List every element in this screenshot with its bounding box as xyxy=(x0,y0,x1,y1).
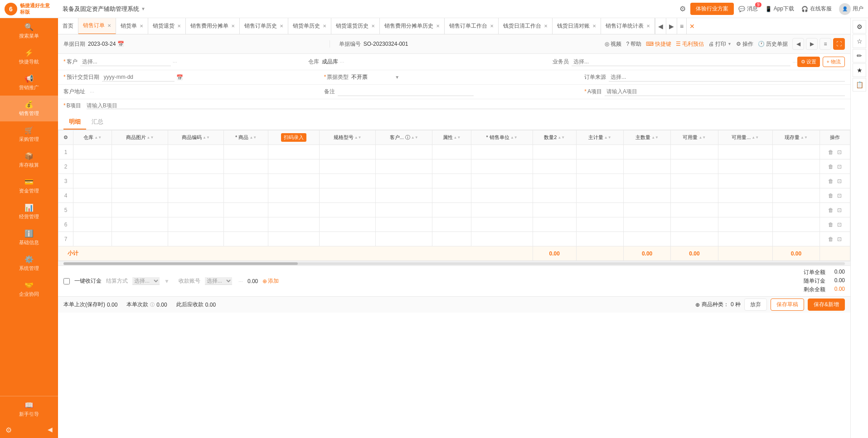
row-attr-1[interactable] xyxy=(432,145,471,159)
customer-input[interactable] xyxy=(80,58,171,66)
last-lower-help-icon[interactable]: ⓘ xyxy=(150,302,155,308)
row-qty2-7[interactable] xyxy=(533,232,576,246)
tab-close-icon[interactable]: ✕ xyxy=(323,24,326,29)
tab-order-workspace[interactable]: 销售订单工作台 ✕ xyxy=(445,18,499,34)
col-main-qty-header[interactable]: 主数量▲▼ xyxy=(623,130,670,145)
print-btn[interactable]: 🖨 打印 ▼ xyxy=(708,40,732,48)
tab-prev-btn[interactable]: ◀ xyxy=(655,18,666,34)
row-spec-4[interactable] xyxy=(320,188,375,203)
scan-button[interactable]: 扫码录入 xyxy=(281,133,306,142)
tab-next-btn[interactable]: ▶ xyxy=(666,18,677,34)
row-product-3[interactable] xyxy=(224,174,268,188)
row-copy-icon-2[interactable]: ⊡ xyxy=(837,164,842,170)
row-delete-icon-3[interactable]: 🗑 xyxy=(828,178,834,184)
sidebar-item-purchase[interactable]: 🛒 采购管理 xyxy=(0,121,58,147)
row-delete-icon-1[interactable]: 🗑 xyxy=(828,149,834,155)
rp-icon-1[interactable]: ⚙ xyxy=(853,20,866,34)
col-customer-code-header[interactable]: 客户... ⓘ▲▼ xyxy=(375,130,432,145)
col-available2-header[interactable]: 可用量...▲▼ xyxy=(718,130,772,145)
remarks-input[interactable] xyxy=(338,87,474,96)
row-copy-icon-4[interactable]: ⊡ xyxy=(837,193,842,199)
row-spec-3[interactable] xyxy=(320,174,375,188)
row-warehouse-7[interactable] xyxy=(73,232,112,246)
col-warehouse-header[interactable]: 仓库▲▼ xyxy=(73,130,112,145)
user-item[interactable]: 👤 用户 xyxy=(839,3,863,15)
col-settings-header[interactable]: ⚙ xyxy=(58,130,73,145)
row-qty2-4[interactable] xyxy=(533,188,576,203)
tab-close-all-btn[interactable]: ✕ xyxy=(686,18,698,34)
row-qty2-2[interactable] xyxy=(533,159,576,174)
operation-btn[interactable]: ⚙ 操作 xyxy=(736,40,753,48)
sidebar-item-sales[interactable]: 💰 销售管理 xyxy=(0,96,58,121)
bank-expand-icon[interactable]: ··· xyxy=(238,278,243,284)
tab-order-history[interactable]: 销售订单历史 ✕ xyxy=(240,18,288,34)
tab-close-icon[interactable]: ✕ xyxy=(371,24,375,29)
sidebar-item-shortcut[interactable]: ⚡ 快捷导航 xyxy=(0,44,58,70)
tab-daily-workspace[interactable]: 钱货日清工作台 ✕ xyxy=(499,18,553,34)
row-spec-2[interactable] xyxy=(320,159,375,174)
row-attr-7[interactable] xyxy=(432,232,471,246)
sidebar-item-guide[interactable]: 📖 新手引导 xyxy=(0,396,58,422)
sidebar-item-operations[interactable]: 📊 经营管理 xyxy=(0,199,58,225)
row-warehouse-3[interactable] xyxy=(73,174,112,188)
sidebar-item-basic-info[interactable]: ℹ️ 基础信息 xyxy=(0,225,58,250)
row-unit-4[interactable] xyxy=(471,188,533,203)
tab-sales-order[interactable]: 销售订单 ✕ xyxy=(78,18,116,34)
col-code-header[interactable]: 商品编码▲▼ xyxy=(168,130,223,145)
b-project-input[interactable] xyxy=(87,102,845,109)
calendar-icon[interactable]: 📅 xyxy=(117,41,124,47)
tab-close-icon[interactable]: ✕ xyxy=(646,24,650,29)
customer-expand-icon[interactable]: ··· xyxy=(173,59,177,65)
invoice-type-arrow[interactable]: ▼ xyxy=(395,75,399,80)
settings-icon[interactable]: ⚙ xyxy=(679,5,686,13)
row-product-1[interactable] xyxy=(224,145,268,159)
sidebar-item-finance[interactable]: 💳 资金管理 xyxy=(0,173,58,199)
row-code-4[interactable] xyxy=(168,188,223,203)
row-copy-icon-5[interactable]: ⊡ xyxy=(837,207,842,213)
row-code-6[interactable] xyxy=(168,217,223,232)
tab-menu-btn[interactable]: ≡ xyxy=(677,18,686,34)
row-customer-code-7[interactable] xyxy=(375,232,432,246)
solution-button[interactable]: 体验行业方案 xyxy=(690,3,734,15)
discard-button[interactable]: 放弃 xyxy=(744,298,767,311)
view-btn[interactable]: ◎ 视频 xyxy=(605,40,621,48)
row-unit-1[interactable] xyxy=(471,145,533,159)
row-attr-2[interactable] xyxy=(432,159,471,174)
row-code-3[interactable] xyxy=(168,174,223,188)
row-customer-code-1[interactable] xyxy=(375,145,432,159)
row-qty2-6[interactable] xyxy=(533,217,576,232)
row-qty2-3[interactable] xyxy=(533,174,576,188)
row-warehouse-1[interactable] xyxy=(73,145,112,159)
row-main-qty-4[interactable] xyxy=(623,188,670,203)
row-customer-code-5[interactable] xyxy=(375,203,432,217)
row-unit-3[interactable] xyxy=(471,174,533,188)
row-warehouse-6[interactable] xyxy=(73,217,112,232)
row-attr-4[interactable] xyxy=(432,188,471,203)
row-customer-code-2[interactable] xyxy=(375,159,432,174)
row-product-4[interactable] xyxy=(224,188,268,203)
sidebar-item-search[interactable]: 🔍 搜索菜单 xyxy=(0,18,58,44)
row-main-qty-6[interactable] xyxy=(623,217,670,232)
row-spec-6[interactable] xyxy=(320,217,375,232)
one-click-checkbox[interactable] xyxy=(63,278,70,284)
row-delete-icon-4[interactable]: 🗑 xyxy=(828,193,834,199)
row-product-2[interactable] xyxy=(224,159,268,174)
row-warehouse-5[interactable] xyxy=(73,203,112,217)
sidebar-item-cooperation[interactable]: 🤝 企业协同 xyxy=(0,276,58,302)
tab-sales-goods[interactable]: 销货单 ✕ xyxy=(116,18,148,34)
row-main-qty-5[interactable] xyxy=(623,203,670,217)
row-code-7[interactable] xyxy=(168,232,223,246)
row-spec-7[interactable] xyxy=(320,232,375,246)
col-product-header[interactable]: * 商品▲▼ xyxy=(224,130,268,145)
tab-goods-history[interactable]: 销货单历史 ✕ xyxy=(288,18,331,34)
rp-icon-4[interactable]: ★ xyxy=(853,63,866,77)
delivery-date-input[interactable] xyxy=(102,73,175,82)
payment-method-select[interactable]: 选择... xyxy=(132,277,160,285)
row-delete-icon-6[interactable]: 🗑 xyxy=(828,221,834,228)
col-qty2-header[interactable]: 数量2▲▼ xyxy=(533,130,576,145)
row-copy-icon-7[interactable]: ⊡ xyxy=(837,236,842,242)
sidebar-item-system[interactable]: ⚙️ 系统管理 xyxy=(0,250,58,276)
collapse-icon[interactable]: ◀ xyxy=(48,426,53,434)
tab-close-icon[interactable]: ✕ xyxy=(490,24,494,29)
col-image-header[interactable]: 商品图片▲▼ xyxy=(112,130,168,145)
